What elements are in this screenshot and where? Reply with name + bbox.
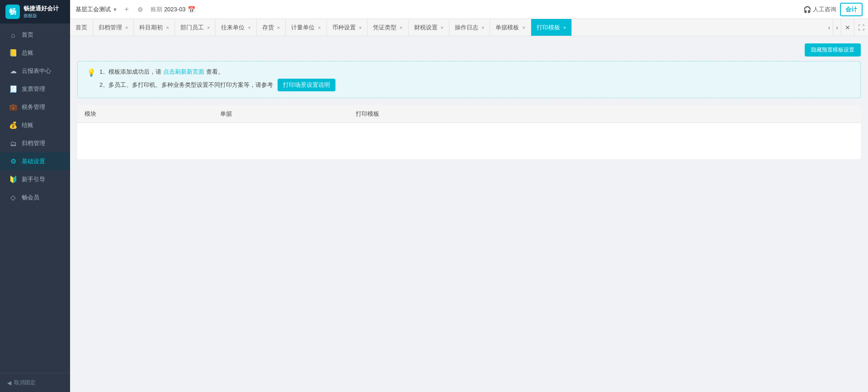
tab-single-template[interactable]: 单据模板× <box>490 19 531 36</box>
tab-close-account-period[interactable]: × <box>166 25 169 30</box>
tab-label-unit: 计量单位 <box>291 24 315 32</box>
ledger-label: 总账 <box>22 49 33 57</box>
tabs-next-button[interactable]: › <box>833 19 841 36</box>
tab-close-tax-settings[interactable]: × <box>441 25 443 30</box>
tab-close-department[interactable]: × <box>207 25 210 30</box>
table-col-voucher: 单据 <box>213 105 349 123</box>
refresh-link[interactable]: 点击刷新新页面 <box>163 68 204 76</box>
account-button[interactable]: 会计 <box>840 3 863 16</box>
tax-label: 税务管理 <box>22 103 45 111</box>
ledger-icon: 📒 <box>9 49 17 57</box>
invoice-label: 发票管理 <box>22 85 45 93</box>
tab-close-operation-log[interactable]: × <box>481 25 484 30</box>
info-line-2: 2、多员工、多打印机、多种业务类型设置不同打印方案等，请参考 打印场景设置说明 <box>99 79 335 91</box>
main-area: 基层工会测试 ▼ ＋ ⚙ 账期 2023-03 📅 🎧 人工咨询 会计 首页归档… <box>70 0 868 392</box>
company-settings-icon[interactable]: ⚙ <box>136 6 145 13</box>
sidebar-item-member[interactable]: ◇ 畅会员 <box>0 189 70 207</box>
sidebar-logo: 畅 畅捷通好会计 旗舰版 <box>0 0 70 24</box>
tab-close-inventory[interactable]: × <box>277 25 280 30</box>
tab-close-voucher-type[interactable]: × <box>400 25 402 30</box>
period-value: 2023-03 <box>164 6 186 13</box>
tab-close-counterparty[interactable]: × <box>248 25 250 30</box>
settlement-label: 结账 <box>22 121 33 129</box>
tabs-prev-button[interactable]: ‹ <box>826 19 834 36</box>
logo-sub: 旗舰版 <box>24 13 59 19</box>
tab-home[interactable]: 首页 <box>70 19 93 36</box>
expand-button[interactable]: ⛶ <box>854 19 868 36</box>
tab-close-single-template[interactable]: × <box>522 25 525 30</box>
tab-close-print-template[interactable]: × <box>563 25 566 30</box>
tab-close-currency[interactable]: × <box>359 25 362 30</box>
sidebar-footer[interactable]: ◀ 取消固定 <box>0 373 70 392</box>
tab-unit[interactable]: 计量单位× <box>286 19 326 36</box>
guide-icon: 🔰 <box>9 175 17 184</box>
settings-label: 基础设置 <box>22 157 45 165</box>
tabs-bar: 首页归档管理×科目期初×部门员工×往来单位×存货×计量单位×币种设置×凭证类型×… <box>70 19 868 36</box>
info-line1-suffix: 查看。 <box>206 68 224 76</box>
home-icon: ⌂ <box>9 31 17 39</box>
hide-template-container: 隐藏预置模板设置 <box>77 43 861 57</box>
guide-label: 新手引导 <box>22 175 45 184</box>
headphone-icon: 🎧 <box>803 6 811 13</box>
info-line1-prefix: 1、模板添加成功后，请 <box>99 68 161 76</box>
service-button[interactable]: 🎧 人工咨询 <box>803 5 836 14</box>
logo-text: 畅捷通好会计 旗舰版 <box>24 5 59 19</box>
data-table: 模块 单据 打印模板 <box>77 105 861 159</box>
close-all-tabs-button[interactable]: ✕ <box>841 19 854 36</box>
sidebar-item-tax[interactable]: 💼 税务管理 <box>0 98 70 116</box>
tab-label-tax-settings: 财税设置 <box>414 24 438 32</box>
tab-close-unit[interactable]: × <box>318 25 321 30</box>
tab-inventory[interactable]: 存货× <box>257 19 286 36</box>
calendar-icon[interactable]: 📅 <box>188 6 195 13</box>
member-label: 畅会员 <box>22 194 39 202</box>
sidebar-item-archive[interactable]: 🗂 归档管理 <box>0 134 70 152</box>
sidebar-item-invoice[interactable]: 🧾 发票管理 <box>0 80 70 98</box>
logo-title: 畅捷通好会计 <box>24 5 59 13</box>
tab-label-counterparty: 往来单位 <box>221 24 245 32</box>
tab-label-inventory: 存货 <box>262 24 274 32</box>
tab-currency[interactable]: 币种设置× <box>327 19 368 36</box>
info-box: 💡 1、模板添加成功后，请 点击刷新新页面 查看。 2、多员工、多打印机、多种业… <box>77 61 861 98</box>
invoice-icon: 🧾 <box>9 85 17 93</box>
reports-label: 云报表中心 <box>22 67 51 75</box>
hide-template-button[interactable]: 隐藏预置模板设置 <box>805 43 861 57</box>
tab-account-period[interactable]: 科目期初× <box>134 19 175 36</box>
settings-icon: ⚙ <box>9 157 17 165</box>
tab-counterparty[interactable]: 往来单位× <box>216 19 256 36</box>
tab-voucher-type[interactable]: 凭证类型× <box>368 19 408 36</box>
tab-close-archive-mgmt[interactable]: × <box>125 25 128 30</box>
reports-icon: ☁ <box>9 67 17 75</box>
home-label: 首页 <box>22 31 33 39</box>
sidebar-item-reports[interactable]: ☁ 云报表中心 <box>0 62 70 80</box>
tab-label-department: 部门员工 <box>180 24 204 32</box>
logo-icon: 畅 <box>5 5 20 19</box>
sidebar-item-settings[interactable]: ⚙ 基础设置 <box>0 152 70 170</box>
sidebar-nav: ⌂ 首页 📒 总账 ☁ 云报表中心 🧾 发票管理 💼 税务管理 💰 结账 🗂 归… <box>0 24 70 373</box>
tab-label-single-template: 单据模板 <box>495 24 519 32</box>
sidebar-item-ledger[interactable]: 📒 总账 <box>0 44 70 62</box>
info-line2-prefix: 2、多员工、多打印机、多种业务类型设置不同打印方案等，请参考 <box>99 81 273 89</box>
sidebar-item-settlement[interactable]: 💰 结账 <box>0 116 70 134</box>
add-company-button[interactable]: ＋ <box>121 5 132 14</box>
sidebar-item-home[interactable]: ⌂ 首页 <box>0 26 70 44</box>
tab-print-template[interactable]: 打印模板× <box>531 19 572 36</box>
bulb-icon: 💡 <box>87 68 96 77</box>
company-selector[interactable]: 基层工会测试 ▼ <box>75 5 118 14</box>
service-label: 人工咨询 <box>813 5 836 14</box>
tab-label-currency: 币种设置 <box>332 24 356 32</box>
tab-department[interactable]: 部门员工× <box>175 19 216 36</box>
period-display: 账期 2023-03 📅 <box>151 5 195 14</box>
company-name: 基层工会测试 <box>75 5 111 14</box>
table-col-template: 打印模板 <box>349 105 861 123</box>
tab-label-voucher-type: 凭证类型 <box>373 24 396 32</box>
content-area: 隐藏预置模板设置 💡 1、模板添加成功后，请 点击刷新新页面 查看。 2、多员工… <box>70 36 868 392</box>
tab-tax-settings[interactable]: 财税设置× <box>409 19 449 36</box>
archive-icon: 🗂 <box>9 140 17 147</box>
tab-archive-mgmt[interactable]: 归档管理× <box>93 19 134 36</box>
print-explain-button[interactable]: 打印场景设置说明 <box>278 79 335 91</box>
info-row: 💡 1、模板添加成功后，请 点击刷新新页面 查看。 2、多员工、多打印机、多种业… <box>87 68 851 91</box>
sidebar-item-guide[interactable]: 🔰 新手引导 <box>0 170 70 189</box>
header-bar: 基层工会测试 ▼ ＋ ⚙ 账期 2023-03 📅 🎧 人工咨询 会计 <box>70 0 868 19</box>
tab-operation-log[interactable]: 操作日志× <box>449 19 490 36</box>
tab-label-home: 首页 <box>75 24 87 32</box>
